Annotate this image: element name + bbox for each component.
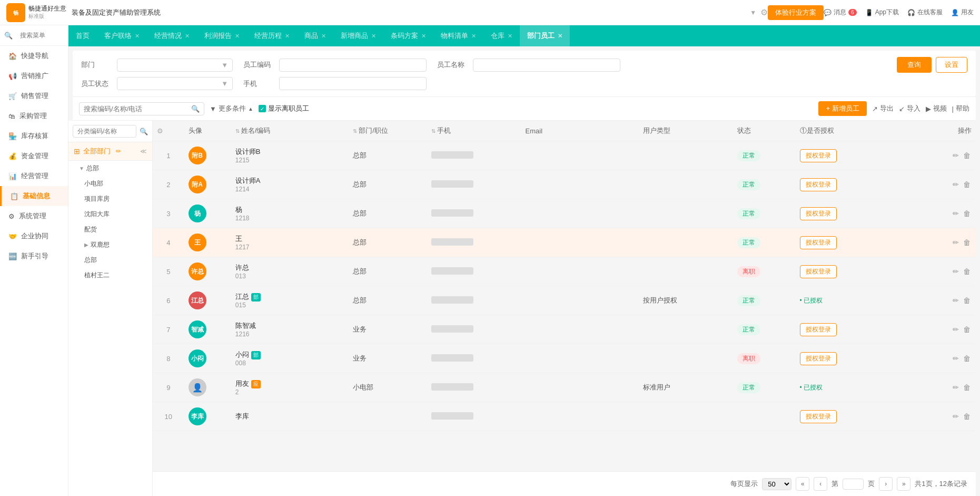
online-service-button[interactable]: 🎧 在线客服 [907, 8, 943, 17]
dept-node-1[interactable]: 小电部 [68, 176, 152, 191]
delete-button[interactable]: 🗑 [963, 383, 971, 392]
system-title-dropdown-icon[interactable]: ▼ [750, 9, 756, 16]
tab-operations-close[interactable]: ✕ [185, 33, 190, 40]
th-dept[interactable]: ⇅ 部门/职位 [349, 121, 427, 141]
sidebar-item-purchase[interactable]: 🛍 采购管理 [0, 106, 68, 126]
edit-button[interactable]: ✏ [953, 180, 959, 189]
edit-button[interactable]: ✏ [953, 267, 959, 276]
delete-button[interactable]: 🗑 [963, 238, 971, 247]
tab-warehouse[interactable]: 仓库 ✕ [483, 25, 520, 46]
search-input[interactable] [84, 105, 189, 113]
status-select[interactable]: ▼ [117, 77, 233, 90]
tab-add-goods[interactable]: 新增商品 ✕ [333, 25, 383, 46]
current-page-input[interactable]: 1 [843, 479, 864, 490]
edit-button[interactable]: ✏ [953, 238, 959, 247]
delete-button[interactable]: 🗑 [963, 412, 971, 421]
tab-add-goods-close[interactable]: ✕ [371, 33, 376, 40]
auth-login-button[interactable]: 授权登录 [800, 323, 837, 336]
tab-operations[interactable]: 经营情况 ✕ [147, 25, 197, 46]
app-download-button[interactable]: 📱 App下载 [865, 8, 899, 17]
user-button[interactable]: 👤 用友 [951, 8, 974, 17]
delete-button[interactable]: 🗑 [963, 296, 971, 305]
settings-icon[interactable]: ⚙ [760, 7, 768, 17]
search-icon[interactable]: 🔍 [191, 105, 200, 113]
help-button[interactable]: | 帮助 [952, 104, 969, 113]
query-button[interactable]: 查询 [897, 57, 932, 73]
prev-page-button[interactable]: ‹ [814, 477, 827, 491]
page-size-select[interactable]: 50 100 200 [762, 478, 791, 490]
dept-node-5[interactable]: ▶ 双鹿想 [68, 237, 152, 252]
tab-employees-close[interactable]: ✕ [558, 33, 562, 40]
dept-select[interactable]: ▼ [117, 59, 233, 72]
import-button[interactable]: ↙ 导入 [899, 104, 920, 113]
dept-all-header[interactable]: ⊞ 全部部门 ✏ ≪ [68, 142, 152, 161]
tab-warehouse-close[interactable]: ✕ [508, 33, 512, 40]
tab-goods-close[interactable]: ✕ [321, 33, 326, 40]
tab-bom[interactable]: 物料清单 ✕ [433, 25, 483, 46]
dept-node-2[interactable]: 项目库房 [68, 191, 152, 207]
edit-button[interactable]: ✏ [953, 383, 959, 392]
tab-home[interactable]: 首页 [68, 25, 97, 46]
sidebar-item-guide[interactable]: 🆕 新手引导 [0, 246, 68, 266]
edit-button[interactable]: ✏ [953, 209, 959, 218]
tab-customer-close[interactable]: ✕ [135, 33, 140, 40]
sidebar-item-system[interactable]: ⚙ 系统管理 [0, 206, 68, 226]
delete-button[interactable]: 🗑 [963, 180, 971, 189]
dept-node-3[interactable]: 沈阳大库 [68, 207, 152, 222]
phone-input[interactable] [279, 77, 427, 90]
auth-login-button[interactable]: 授权登录 [800, 236, 837, 249]
sidebar-item-marketing[interactable]: 📢 营销推广 [0, 66, 68, 86]
th-phone[interactable]: ⇅ 手机 [427, 121, 521, 141]
tab-goods[interactable]: 商品 ✕ [297, 25, 333, 46]
dept-search-icon[interactable]: 🔍 [140, 128, 148, 135]
last-page-button[interactable]: » [897, 477, 910, 491]
sidebar-item-operations[interactable]: 📊 经营管理 [0, 166, 68, 186]
sidebar-item-basicinfo[interactable]: 📋 基础信息 [0, 186, 68, 206]
view-button[interactable]: ▶ 视频 [926, 104, 947, 113]
tab-barcode-close[interactable]: ✕ [421, 33, 426, 40]
delete-button[interactable]: 🗑 [963, 354, 971, 363]
show-former-toggle[interactable]: ✓ 显示离职员工 [259, 104, 309, 113]
more-filter-button[interactable]: ▼ 更多条件 ▲ [210, 104, 253, 113]
dept-edit-icon[interactable]: ✏ [116, 148, 121, 155]
edit-button[interactable]: ✏ [953, 354, 959, 363]
tab-profit[interactable]: 利润报告 ✕ [197, 25, 247, 46]
reset-button[interactable]: 设置 [936, 57, 967, 73]
auth-login-button[interactable]: 授权登录 [800, 149, 837, 162]
experience-button[interactable]: 体验行业方案 [768, 5, 824, 20]
auth-login-button[interactable]: 授权登录 [800, 265, 837, 278]
first-page-button[interactable]: « [796, 477, 809, 491]
delete-button[interactable]: 🗑 [963, 151, 971, 160]
delete-button[interactable]: 🗑 [963, 209, 971, 218]
auth-login-button[interactable]: 授权登录 [800, 178, 837, 191]
tab-barcode[interactable]: 条码方案 ✕ [383, 25, 433, 46]
sidebar-item-finance[interactable]: 💰 资金管理 [0, 146, 68, 166]
auth-login-button[interactable]: 授权登录 [800, 207, 837, 220]
message-button[interactable]: 💬 消息 6 [824, 8, 857, 17]
dept-collapse-icon[interactable]: ≪ [140, 148, 147, 155]
dept-node-6[interactable]: 总部 [68, 252, 152, 268]
empcode-input[interactable] [279, 59, 427, 72]
edit-button[interactable]: ✏ [953, 412, 959, 421]
auth-login-button[interactable]: 授权登录 [800, 410, 837, 423]
sidebar-item-quicknav[interactable]: 🏠 快捷导航 [0, 46, 68, 66]
edit-button[interactable]: ✏ [953, 296, 959, 305]
column-settings-icon[interactable]: ⚙ [157, 127, 163, 135]
delete-button[interactable]: 🗑 [963, 325, 971, 334]
dept-node-0[interactable]: ▼ 总部 [68, 161, 152, 176]
sidebar-item-sales[interactable]: 🛒 销售管理 [0, 86, 68, 106]
tab-bom-close[interactable]: ✕ [471, 33, 476, 40]
delete-button[interactable]: 🗑 [963, 267, 971, 276]
empname-input[interactable] [473, 59, 620, 72]
sidebar-item-collaboration[interactable]: 🤝 企业协同 [0, 226, 68, 246]
edit-button[interactable]: ✏ [953, 151, 959, 160]
tab-profit-close[interactable]: ✕ [235, 33, 240, 40]
sidebar-search-input[interactable] [16, 30, 64, 41]
dept-search-input[interactable] [73, 125, 136, 138]
sidebar-item-inventory[interactable]: 🏪 库存核算 [0, 126, 68, 146]
dept-node-4[interactable]: 配货 [68, 222, 152, 237]
edit-button[interactable]: ✏ [953, 325, 959, 334]
tab-history-close[interactable]: ✕ [285, 33, 290, 40]
add-employee-button[interactable]: + 新增员工 [818, 101, 866, 116]
tab-employees[interactable]: 部门员工 ✕ [520, 25, 570, 46]
